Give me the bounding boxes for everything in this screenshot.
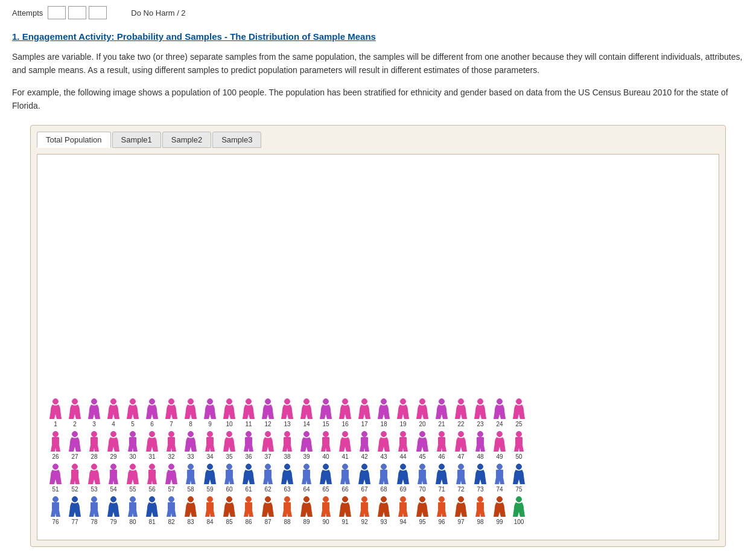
svg-point-0 [53, 398, 59, 404]
figure-number-22: 22 [457, 421, 464, 427]
svg-rect-116 [245, 502, 252, 510]
person-figure-7: 7 [162, 398, 181, 427]
person-figure-81: 81 [142, 496, 162, 525]
svg-point-120 [304, 496, 310, 502]
person-figure-68: 68 [374, 464, 393, 493]
person-figure-93: 93 [374, 496, 393, 525]
figure-number-53: 53 [91, 486, 97, 493]
svg-point-39 [227, 431, 232, 436]
person-figure-41: 41 [335, 431, 355, 460]
figure-number-31: 31 [148, 453, 155, 460]
person-figure-94: 94 [393, 496, 413, 525]
person-figure-19: 19 [393, 398, 413, 427]
figure-number-72: 72 [457, 486, 464, 493]
figure-number-17: 17 [361, 421, 367, 427]
person-figure-51: 51 [46, 464, 65, 493]
person-figure-84: 84 [200, 496, 220, 525]
figure-number-91: 91 [341, 519, 348, 525]
person-figure-97: 97 [451, 496, 471, 525]
figure-number-98: 98 [477, 519, 483, 525]
attempts-box-3[interactable] [89, 6, 107, 19]
svg-point-3 [111, 398, 116, 404]
svg-rect-68 [110, 470, 117, 478]
figure-number-41: 41 [341, 453, 348, 460]
svg-point-66 [92, 464, 97, 469]
svg-rect-107 [129, 502, 136, 510]
figure-number-75: 75 [515, 486, 522, 493]
svg-point-25 [53, 431, 59, 436]
person-figure-4: 4 [104, 398, 123, 427]
tab-sample2[interactable]: Sample2 [162, 132, 211, 148]
tab-sample1[interactable]: Sample1 [112, 132, 161, 148]
svg-point-22 [478, 398, 483, 404]
svg-rect-77 [226, 470, 233, 478]
figure-number-27: 27 [71, 453, 78, 460]
tab-sample3[interactable]: Sample3 [212, 132, 261, 148]
svg-point-33 [150, 431, 155, 436]
svg-point-106 [130, 496, 136, 502]
svg-point-61 [516, 431, 522, 436]
figure-number-96: 96 [438, 519, 445, 525]
svg-point-112 [208, 496, 213, 502]
person-figure-89: 89 [297, 496, 316, 525]
svg-rect-65 [71, 470, 78, 478]
person-figure-71: 71 [432, 464, 451, 493]
svg-rect-122 [322, 502, 329, 510]
person-figure-61: 61 [239, 464, 258, 493]
figure-number-40: 40 [322, 453, 329, 460]
svg-point-11 [265, 398, 271, 404]
person-figure-47: 47 [451, 431, 471, 460]
person-figure-60: 60 [220, 464, 239, 493]
svg-point-60 [497, 431, 503, 436]
tab-container: Total Population Sample1 Sample2 Sample3… [30, 125, 726, 547]
person-figure-76: 76 [46, 496, 65, 525]
svg-point-73 [188, 464, 194, 469]
attempts-box-1[interactable] [48, 6, 66, 19]
person-figure-23: 23 [471, 398, 490, 427]
svg-point-1 [72, 398, 78, 404]
svg-rect-119 [284, 502, 291, 510]
svg-rect-35 [168, 437, 175, 445]
figure-number-50: 50 [515, 453, 522, 460]
svg-point-6 [169, 398, 174, 404]
figure-number-97: 97 [457, 519, 464, 525]
attempts-label: Attempts [12, 8, 43, 18]
person-figure-78: 78 [84, 496, 104, 525]
svg-rect-56 [438, 437, 445, 445]
figure-number-19: 19 [399, 421, 406, 427]
person-figure-48: 48 [471, 431, 490, 460]
svg-point-85 [343, 464, 348, 469]
figure-number-36: 36 [245, 453, 252, 460]
svg-point-99 [516, 464, 522, 469]
svg-rect-59 [477, 437, 484, 445]
person-figure-86: 86 [239, 496, 258, 525]
svg-point-21 [459, 398, 464, 404]
attempts-box-2[interactable] [68, 6, 86, 19]
svg-point-103 [92, 496, 97, 502]
figure-number-13: 13 [284, 421, 290, 427]
figure-number-82: 82 [168, 519, 174, 525]
svg-rect-62 [515, 437, 523, 445]
figure-number-55: 55 [129, 486, 136, 493]
svg-rect-113 [206, 502, 214, 510]
tab-total-population[interactable]: Total Population [37, 132, 111, 148]
person-figure-9: 9 [200, 398, 220, 427]
person-figure-88: 88 [278, 496, 297, 525]
svg-point-2 [92, 398, 97, 404]
person-figure-25: 25 [509, 398, 529, 427]
svg-point-78 [246, 464, 252, 469]
svg-point-130 [439, 496, 445, 502]
section-title: 1. Engagement Activity: Probability and … [12, 31, 744, 42]
figure-number-24: 24 [496, 421, 503, 427]
figure-number-43: 43 [380, 453, 387, 460]
person-figure-17: 17 [355, 398, 374, 427]
figure-number-42: 42 [361, 453, 367, 460]
svg-point-127 [401, 496, 406, 502]
svg-point-31 [130, 431, 136, 436]
svg-point-84 [323, 464, 329, 469]
svg-point-5 [150, 398, 155, 404]
figure-number-79: 79 [110, 519, 116, 525]
person-figure-2: 2 [65, 398, 84, 427]
person-figure-20: 20 [413, 398, 432, 427]
person-figure-64: 64 [297, 464, 316, 493]
